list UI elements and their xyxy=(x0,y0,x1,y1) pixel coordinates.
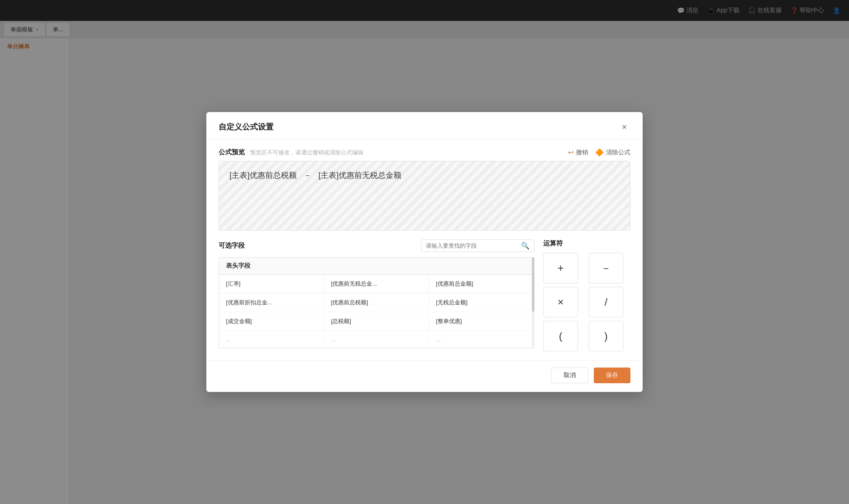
cancel-button[interactable]: 取消 xyxy=(551,368,589,383)
fields-table-header: 表头字段 xyxy=(219,258,534,275)
field-cell-order-discount[interactable]: [整单优惠] xyxy=(429,312,534,330)
modal-header: 自定义公式设置 × xyxy=(206,112,643,140)
formula-part2: [主表]优惠前无税总金额 xyxy=(318,170,401,180)
modal-body: 公式预览 预览区不可修改，请通过撤销或清除公式编辑 ↩ 撤销 🔶 清除公式 [主… xyxy=(206,140,643,360)
operator-panel: 运算符 + － × / ( xyxy=(543,239,630,351)
operator-multiply-button[interactable]: × xyxy=(543,287,578,317)
fields-label: 可选字段 xyxy=(219,242,245,250)
undo-button[interactable]: ↩ 撤销 xyxy=(568,148,588,157)
formula-modal: 自定义公式设置 × 公式预览 预览区不可修改，请通过撤销或清除公式编辑 ↩ 撤销… xyxy=(206,112,643,392)
fields-scrollbar[interactable] xyxy=(532,257,534,348)
operator-plus-button[interactable]: + xyxy=(543,253,578,283)
fields-table-body: [汇率] [优惠前无税总金... [优惠前总金额] [优惠前折扣总金... [优… xyxy=(219,275,534,348)
divide-symbol: / xyxy=(605,296,608,308)
undo-icon: ↩ xyxy=(568,148,574,157)
minus-symbol: － xyxy=(601,261,611,275)
fields-panel: 可选字段 🔍 表头字段 [汇率] [优惠前无税总金... xyxy=(219,239,534,348)
operator-grid: + － × / ( ) xyxy=(543,253,630,351)
fields-header: 可选字段 🔍 xyxy=(219,239,534,252)
multiply-symbol: × xyxy=(558,296,564,308)
modal-close-button[interactable]: × xyxy=(618,121,630,133)
fields-table-wrapper: 表头字段 [汇率] [优惠前无税总金... [优惠前总金额] [优惠前折扣总金.… xyxy=(219,257,534,348)
fields-table: 表头字段 [汇率] [优惠前无税总金... [优惠前总金额] [优惠前折扣总金.… xyxy=(219,257,534,348)
clear-formula-button[interactable]: 🔶 清除公式 xyxy=(595,148,630,157)
formula-operator: － xyxy=(304,170,312,180)
formula-actions: ↩ 撤销 🔶 清除公式 xyxy=(568,148,630,157)
formula-display-area: [主表]优惠前总税额 － [主表]优惠前无税总金额 xyxy=(219,161,630,231)
field-cell-more1[interactable]: ... xyxy=(219,331,324,348)
modal-title: 自定义公式设置 xyxy=(219,122,274,132)
formula-preview-row: 公式预览 预览区不可修改，请通过撤销或清除公式编辑 ↩ 撤销 🔶 清除公式 xyxy=(219,148,630,157)
field-cell-pretax-notax[interactable]: [优惠前无税总金... xyxy=(324,275,429,293)
field-cell-deal-amount[interactable]: [成交金额] xyxy=(219,312,324,330)
fields-operator-row: 可选字段 🔍 表头字段 [汇率] [优惠前无税总金... xyxy=(219,239,630,351)
field-cell-notax-total[interactable]: [无税总金额] xyxy=(429,293,534,312)
field-cell-rate[interactable]: [汇率] xyxy=(219,275,324,293)
operator-divide-button[interactable]: / xyxy=(589,287,623,317)
operator-label: 运算符 xyxy=(543,239,630,248)
table-row: [优惠前折扣总金... [优惠前总税额] [无税总金额] xyxy=(219,293,534,312)
fields-search-input[interactable] xyxy=(426,242,518,249)
field-cell-pretax-total[interactable]: [优惠前总金额] xyxy=(429,275,534,293)
operator-rparen-button[interactable]: ) xyxy=(589,321,623,351)
table-row: [汇率] [优惠前无税总金... [优惠前总金额] xyxy=(219,275,534,293)
save-button[interactable]: 保存 xyxy=(594,368,630,383)
formula-preview-label: 公式预览 xyxy=(219,148,245,157)
formula-preview-left: 公式预览 预览区不可修改，请通过撤销或清除公式编辑 xyxy=(219,148,363,157)
operator-lparen-button[interactable]: ( xyxy=(543,321,578,351)
operator-minus-button[interactable]: － xyxy=(589,253,623,283)
field-cell-pretax-tax[interactable]: [优惠前总税额] xyxy=(324,293,429,312)
search-icon: 🔍 xyxy=(521,242,530,250)
undo-label: 撤销 xyxy=(576,149,588,157)
modal-footer: 取消 保存 xyxy=(206,360,643,392)
field-cell-prediscount[interactable]: [优惠前折扣总金... xyxy=(219,293,324,312)
table-row: [成交金额] [总税额] [整单优惠] xyxy=(219,312,534,331)
field-cell-more3[interactable]: ... xyxy=(429,331,534,348)
plus-symbol: + xyxy=(558,262,564,274)
field-cell-total-tax[interactable]: [总税额] xyxy=(324,312,429,330)
clear-label: 清除公式 xyxy=(606,149,630,157)
field-cell-more2[interactable]: ... xyxy=(324,331,429,348)
table-row: ... ... ... xyxy=(219,331,534,348)
formula-part1: [主表]优惠前总税额 xyxy=(229,170,297,180)
lparen-symbol: ( xyxy=(559,330,562,342)
clear-icon: 🔶 xyxy=(595,148,604,157)
formula-hint: 预览区不可修改，请通过撤销或清除公式编辑 xyxy=(250,149,363,157)
scrollbar-thumb xyxy=(532,257,534,312)
fields-search-box[interactable]: 🔍 xyxy=(421,239,534,252)
rparen-symbol: ) xyxy=(604,330,608,342)
